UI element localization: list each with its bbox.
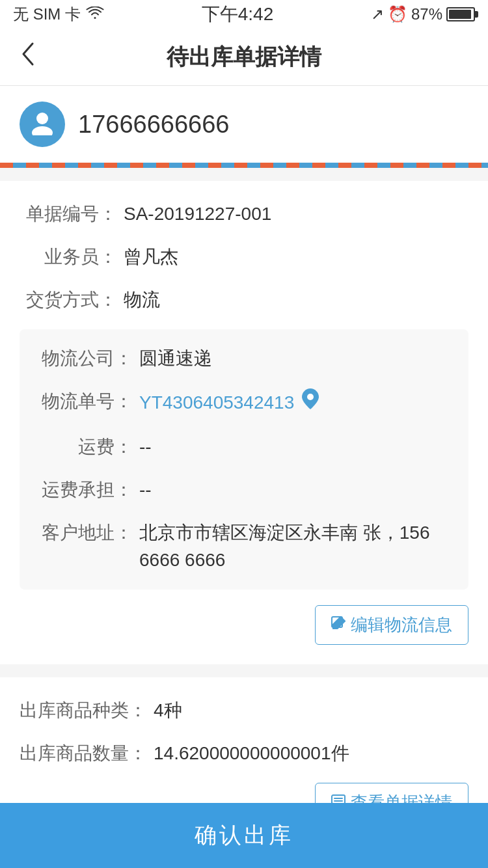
order-number-value: SA-20191227-001 <box>124 200 468 228</box>
svg-point-0 <box>36 113 48 124</box>
svg-point-1 <box>32 126 53 135</box>
status-bar: 无 SIM 卡 下午4:42 ↗ ⏰ 87% <box>0 0 488 29</box>
order-number-label: 单据编号： <box>20 200 124 228</box>
delivery-value: 物流 <box>124 286 468 314</box>
customer-header: 17666666666 <box>0 86 488 163</box>
avatar <box>20 102 65 147</box>
page-title: 待出库单据详情 <box>167 42 321 72</box>
battery-icon <box>446 7 475 21</box>
goods-quantity-label: 出库商品数量： <box>20 740 154 767</box>
edit-logistics-button[interactable]: 编辑物流信息 <box>315 605 468 645</box>
logistics-card: 物流公司： 圆通速递 物流单号： YT43064053424​13 运费： --… <box>20 329 468 590</box>
wifi-icon <box>86 5 104 23</box>
edit-button-row: 编辑物流信息 <box>20 605 468 645</box>
delivery-row: 交货方式： 物流 <box>20 286 468 314</box>
sales-person-label: 业务员： <box>20 243 124 271</box>
logistics-tracking-row: 物流单号： YT43064053424​13 <box>35 388 453 418</box>
logistics-tracking-value: YT43064053424​13 <box>139 389 294 416</box>
logistics-tracking-value-group: YT43064053424​13 <box>139 388 320 418</box>
goods-quantity-row: 出库商品数量： 14.620000000000001件 <box>20 740 468 767</box>
order-info-section: 单据编号： SA-20191227-001 业务员： 曾凡杰 交货方式： 物流 … <box>0 181 488 664</box>
carrier-text: 无 SIM 卡 <box>13 4 81 25</box>
sales-person-row: 业务员： 曾凡杰 <box>20 243 468 271</box>
confirm-button-label: 确认出库 <box>195 821 293 850</box>
freight-label: 运费： <box>35 433 139 461</box>
address-row: 客户地址： 北京市市辖区海淀区永丰南 张，156 6666 6666 <box>35 519 453 574</box>
alarm-icon: ⏰ <box>388 5 407 23</box>
goods-types-label: 出库商品种类： <box>20 697 154 724</box>
address-value: 北京市市辖区海淀区永丰南 张，156 6666 6666 <box>139 519 453 574</box>
logistics-company-value: 圆通速递 <box>139 345 453 372</box>
location-service-icon: ↗ <box>371 5 384 23</box>
goods-types-value: 4种 <box>154 697 468 724</box>
freight-bear-row: 运费承担： -- <box>35 476 453 504</box>
sales-person-value: 曾凡杰 <box>124 243 468 271</box>
svg-point-2 <box>307 394 314 400</box>
order-number-row: 单据编号： SA-20191227-001 <box>20 200 468 228</box>
location-pin-icon[interactable] <box>301 388 320 418</box>
logistics-company-label: 物流公司： <box>35 345 139 372</box>
logistics-company-row: 物流公司： 圆通速递 <box>35 345 453 372</box>
status-icons: ↗ ⏰ 87% <box>371 5 475 23</box>
address-label: 客户地址： <box>35 519 139 547</box>
dashed-separator <box>0 163 488 168</box>
freight-bear-label: 运费承担： <box>35 476 139 504</box>
edit-logistics-label: 编辑物流信息 <box>351 614 452 636</box>
goods-types-row: 出库商品种类： 4种 <box>20 697 468 724</box>
confirm-button-bar[interactable]: 确认出库 <box>0 803 488 868</box>
avatar-icon <box>29 108 56 141</box>
goods-quantity-value: 14.620000000000001件 <box>154 740 468 767</box>
freight-bear-value: -- <box>139 476 453 504</box>
logistics-tracking-label: 物流单号： <box>35 388 139 415</box>
freight-row: 运费： -- <box>35 433 453 461</box>
delivery-label: 交货方式： <box>20 286 124 314</box>
status-carrier: 无 SIM 卡 <box>13 4 104 25</box>
back-button[interactable] <box>20 41 35 73</box>
freight-value: -- <box>139 433 453 461</box>
nav-bar: 待出库单据详情 <box>0 29 488 86</box>
status-time: 下午4:42 <box>202 2 274 27</box>
customer-phone: 17666666666 <box>78 111 229 139</box>
edit-icon <box>331 616 346 634</box>
battery-percentage: 87% <box>411 5 442 23</box>
